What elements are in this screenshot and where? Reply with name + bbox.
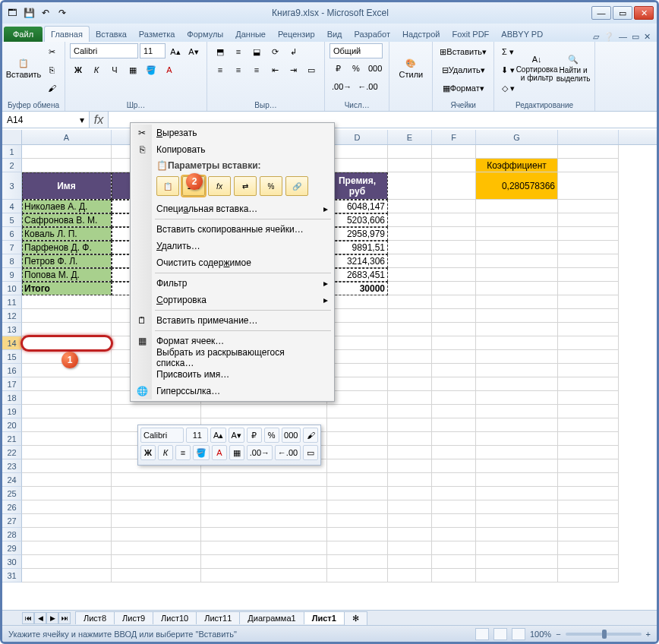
cell-D4[interactable]: 6048,147 bbox=[327, 200, 388, 213]
tab-data[interactable]: Данные bbox=[229, 27, 272, 42]
undo-icon[interactable]: ↶ bbox=[39, 6, 52, 20]
font-color-button[interactable]: A bbox=[161, 62, 178, 78]
mt-fill-color[interactable]: 🪣 bbox=[193, 445, 210, 460]
row-14[interactable]: 14 bbox=[2, 336, 22, 350]
ctx-sort[interactable]: Сортировка▸ bbox=[132, 292, 333, 308]
autosum-button[interactable]: Σ ▾ bbox=[499, 43, 517, 60]
cell-A9[interactable]: Попова М. Д. bbox=[22, 268, 112, 282]
cell-A4[interactable]: Николаев А. Д. bbox=[22, 200, 112, 213]
underline-button[interactable]: Ч bbox=[106, 62, 123, 78]
file-tab[interactable]: Файл bbox=[4, 27, 43, 42]
find-select-button[interactable]: 🔍Найти и выделить bbox=[557, 43, 590, 93]
sheet-tab-active[interactable]: Лист1 bbox=[304, 611, 345, 624]
ctx-insert-comment[interactable]: 🗒Вставить примечание… bbox=[132, 312, 333, 329]
ctx-copy[interactable]: ⎘Копировать bbox=[132, 141, 333, 158]
sheet-tab[interactable]: Диаграмма1 bbox=[239, 611, 304, 624]
tab-foxit[interactable]: Foxit PDF bbox=[446, 27, 495, 42]
zoom-out-button[interactable]: − bbox=[556, 630, 560, 639]
save-icon[interactable]: 💾 bbox=[22, 6, 36, 20]
sort-filter-button[interactable]: A↓Сортировка и фильтр bbox=[520, 43, 553, 93]
insert-cells-button[interactable]: ⊞ Вставить ▾ bbox=[437, 43, 489, 60]
row-21[interactable]: 21 bbox=[2, 432, 22, 446]
mt-merge[interactable]: ▭ bbox=[303, 445, 318, 460]
mt-align-center[interactable]: ≡ bbox=[175, 445, 191, 460]
col-G[interactable]: G bbox=[476, 130, 558, 144]
doc-restore-icon[interactable]: ▭ bbox=[632, 32, 639, 42]
mt-size-combo[interactable]: 11 bbox=[186, 428, 208, 443]
clear-button[interactable]: ◇ ▾ bbox=[499, 80, 517, 96]
percent-button[interactable]: % bbox=[348, 60, 364, 77]
cells[interactable]: Коэффициент Имя ной платы, Премия, руб 0… bbox=[22, 145, 657, 610]
maximize-button[interactable]: ▭ bbox=[613, 6, 632, 20]
view-pagebreak-button[interactable] bbox=[512, 628, 525, 640]
zoom-in-button[interactable]: + bbox=[646, 630, 651, 639]
row-25[interactable]: 25 bbox=[2, 487, 22, 500]
cell-A6[interactable]: Коваль Л. П. bbox=[22, 227, 112, 241]
paste-button[interactable]: 📋 Вставить bbox=[7, 43, 40, 93]
col-F[interactable]: F bbox=[432, 130, 476, 144]
tab-formulas[interactable]: Формулы bbox=[181, 27, 229, 42]
align-middle-button[interactable]: ≡ bbox=[230, 43, 247, 60]
decrease-decimal-button[interactable]: ←.00 bbox=[355, 78, 380, 95]
row-10[interactable]: 10 bbox=[2, 282, 22, 295]
tab-addins[interactable]: Надстрой bbox=[396, 27, 446, 42]
cell-D8[interactable]: 3214,306 bbox=[327, 254, 388, 268]
row-12[interactable]: 12 bbox=[2, 309, 22, 323]
decrease-indent-button[interactable]: ⇤ bbox=[266, 62, 283, 78]
tab-layout[interactable]: Разметка bbox=[133, 27, 181, 42]
ctx-delete[interactable]: Удалить… bbox=[132, 238, 333, 254]
row-4[interactable]: 4 bbox=[2, 200, 22, 213]
row-29[interactable]: 29 bbox=[2, 541, 22, 555]
mt-percent[interactable]: % bbox=[264, 428, 279, 443]
doc-close-icon[interactable]: ✕ bbox=[644, 32, 651, 42]
row-3[interactable]: 3 bbox=[2, 172, 22, 200]
grow-font-button[interactable]: A▴ bbox=[167, 43, 184, 60]
border-button[interactable]: ▦ bbox=[125, 62, 141, 78]
zoom-slider[interactable] bbox=[566, 633, 642, 636]
paste-all-button[interactable]: 📋 bbox=[156, 176, 179, 196]
mt-font-combo[interactable]: Calibri bbox=[140, 428, 184, 443]
row-9[interactable]: 9 bbox=[2, 268, 22, 282]
ctx-clear[interactable]: Очистить содержимое bbox=[132, 254, 333, 271]
merge-button[interactable]: ▭ bbox=[303, 62, 320, 78]
sheet-nav-next[interactable]: ▶ bbox=[46, 612, 58, 624]
doc-min-icon[interactable]: — bbox=[619, 32, 627, 42]
cell-D5[interactable]: 5203,606 bbox=[327, 213, 388, 227]
sheet-tab[interactable]: Лист9 bbox=[114, 611, 153, 624]
delete-cells-button[interactable]: ⊟ Удалить ▾ bbox=[437, 62, 489, 78]
select-all-corner[interactable] bbox=[2, 130, 22, 145]
align-bottom-button[interactable]: ⬓ bbox=[248, 43, 265, 60]
help-icon[interactable]: ❔ bbox=[604, 32, 614, 42]
format-cells-button[interactable]: ▦ Формат ▾ bbox=[437, 80, 489, 96]
increase-indent-button[interactable]: ⇥ bbox=[285, 62, 301, 78]
mt-comma[interactable]: 000 bbox=[282, 428, 301, 443]
mt-bold[interactable]: Ж bbox=[140, 445, 156, 460]
row-18[interactable]: 18 bbox=[2, 391, 22, 405]
cell-A5[interactable]: Сафронова В. М. bbox=[22, 213, 112, 227]
font-name-combo[interactable]: Calibri bbox=[70, 43, 138, 58]
ctx-pick-from-dropdown[interactable]: Выбрать из раскрывающегося списка… bbox=[132, 349, 333, 366]
row-17[interactable]: 17 bbox=[2, 377, 22, 391]
italic-button[interactable]: К bbox=[88, 62, 105, 78]
cell-A14[interactable] bbox=[22, 336, 112, 350]
sheet-tab[interactable]: Лист8 bbox=[75, 611, 115, 624]
row-23[interactable]: 23 bbox=[2, 459, 22, 473]
tab-home[interactable]: Главная bbox=[44, 26, 90, 42]
col-E[interactable]: E bbox=[388, 130, 432, 144]
view-layout-button[interactable] bbox=[493, 628, 507, 640]
row-5[interactable]: 5 bbox=[2, 213, 22, 227]
ctx-filter[interactable]: Фильтр▸ bbox=[132, 275, 333, 292]
row-31[interactable]: 31 bbox=[2, 569, 22, 582]
shrink-font-button[interactable]: A▾ bbox=[185, 43, 202, 60]
paste-link-button[interactable]: 🔗 bbox=[285, 176, 308, 196]
sheet-nav-prev[interactable]: ◀ bbox=[34, 612, 46, 624]
font-size-combo[interactable]: 11 bbox=[140, 43, 166, 58]
mt-italic[interactable]: К bbox=[158, 445, 173, 460]
row-6[interactable]: 6 bbox=[2, 227, 22, 241]
mt-format-painter[interactable]: 🖌 bbox=[303, 428, 318, 443]
row-26[interactable]: 26 bbox=[2, 500, 22, 514]
col-A[interactable]: A bbox=[22, 130, 112, 144]
view-normal-button[interactable] bbox=[475, 628, 489, 640]
row-19[interactable]: 19 bbox=[2, 405, 22, 418]
col-D[interactable]: D bbox=[327, 130, 388, 144]
